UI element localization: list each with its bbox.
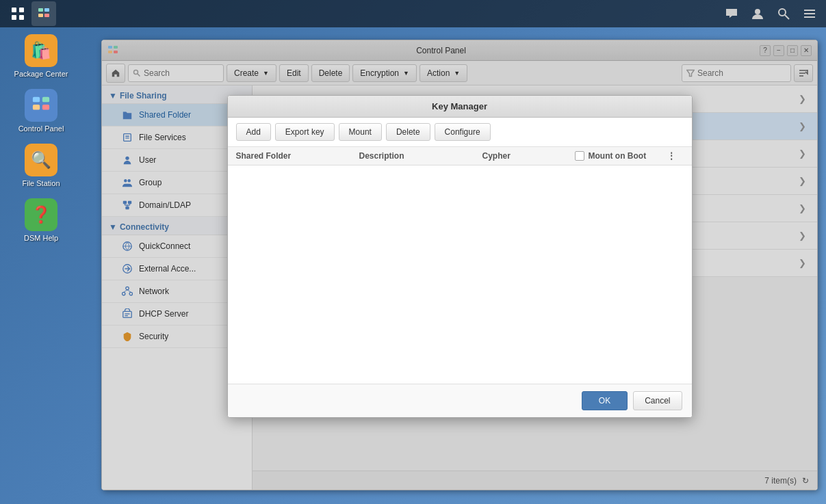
svg-line-10 xyxy=(785,15,789,19)
modal-table-header: Shared Folder Description Cypher Mount o… xyxy=(228,147,692,165)
ok-button[interactable]: OK xyxy=(582,391,628,410)
svg-rect-6 xyxy=(38,14,43,17)
user-icon[interactable] xyxy=(747,3,769,25)
modal-toolbar: Add Export key Mount Delete Configure xyxy=(228,118,692,147)
search-taskbar-icon[interactable] xyxy=(773,3,795,25)
modal-titlebar: Key Manager xyxy=(228,96,692,118)
svg-point-9 xyxy=(779,9,786,16)
package-center-icon[interactable]: 🛍️ Package Center xyxy=(14,34,68,78)
add-button[interactable]: Add xyxy=(236,123,271,141)
modal-footer: OK Cancel xyxy=(228,384,692,417)
file-station-icon[interactable]: 🔍 File Station xyxy=(14,144,68,187)
svg-rect-5 xyxy=(44,8,49,12)
menu-icon[interactable] xyxy=(799,3,821,25)
dsm-help-icon[interactable]: ❓ DSM Help xyxy=(14,198,68,242)
mount-button[interactable]: Mount xyxy=(339,123,382,141)
svg-rect-3 xyxy=(19,15,24,20)
control-panel-taskbar-button[interactable] xyxy=(31,1,56,26)
mount-on-boot-checkbox[interactable] xyxy=(575,151,584,161)
taskbar-right xyxy=(721,3,821,25)
key-manager-modal: Key Manager Add Export key Mount Delete … xyxy=(227,95,693,418)
more-options-icon[interactable]: ⋮ xyxy=(667,151,684,161)
svg-rect-17 xyxy=(42,105,49,109)
control-panel-icon[interactable]: Control Panel xyxy=(14,89,68,133)
configure-button[interactable]: Configure xyxy=(435,123,491,141)
svg-rect-12 xyxy=(804,13,815,14)
control-panel-window: Control Panel ? − □ ✕ Create ▼ Edit xyxy=(101,40,818,490)
svg-rect-14 xyxy=(33,97,40,102)
export-key-button[interactable]: Export key xyxy=(275,123,335,141)
taskbar xyxy=(0,0,826,27)
svg-rect-11 xyxy=(804,10,815,11)
svg-rect-1 xyxy=(19,8,24,12)
svg-rect-2 xyxy=(12,15,16,20)
svg-rect-13 xyxy=(804,16,815,18)
apps-button[interactable] xyxy=(5,1,30,26)
modal-table-body xyxy=(228,165,692,384)
svg-rect-0 xyxy=(12,8,16,12)
svg-rect-7 xyxy=(44,14,49,17)
modal-delete-button[interactable]: Delete xyxy=(386,123,430,141)
svg-point-8 xyxy=(755,9,760,14)
svg-rect-15 xyxy=(42,97,49,102)
svg-rect-16 xyxy=(33,105,40,109)
desktop-icons: 🛍️ Package Center Control Panel 🔍 File S… xyxy=(14,34,68,242)
svg-rect-4 xyxy=(38,8,43,12)
modal-overlay: Key Manager Add Export key Mount Delete … xyxy=(102,40,817,490)
desktop: 🛍️ Package Center Control Panel 🔍 File S… xyxy=(0,0,826,504)
chat-icon[interactable] xyxy=(721,3,743,25)
cancel-button[interactable]: Cancel xyxy=(633,391,682,410)
